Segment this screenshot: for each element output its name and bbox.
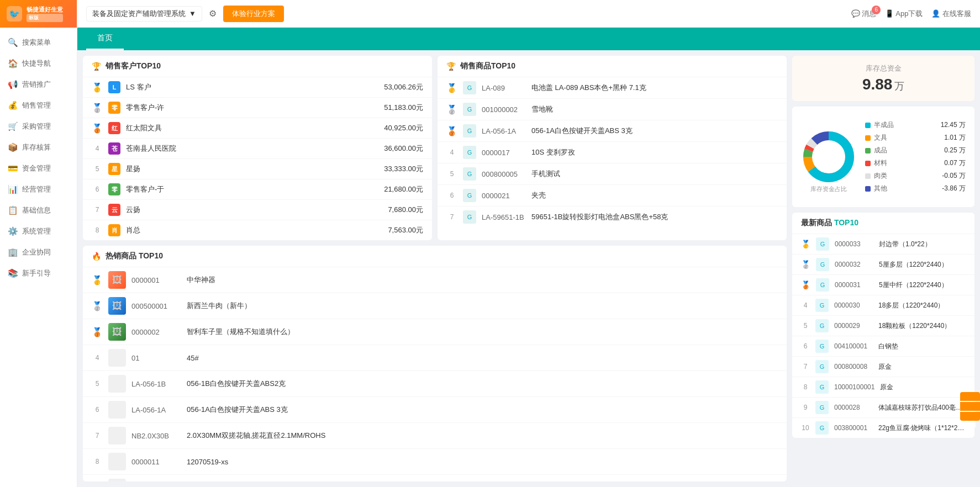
sidebar-item-guide[interactable]: 📚 新手引导 [0, 263, 77, 284]
inventory-icon: 📦 [8, 142, 18, 152]
rank-num: 7 [801, 363, 810, 370]
sidebar-item-inventory[interactable]: 📦 库存核算 [0, 137, 77, 158]
sidebar-item-finance[interactable]: 💳 资金管理 [0, 158, 77, 179]
rank-num: 4 [801, 301, 810, 309]
customer-name: 红太阳文具 [126, 123, 362, 133]
new-product-row: 6 G 004100001 白钢垫 [792, 336, 974, 356]
hot-product-thumb: 🖼 [108, 323, 126, 341]
rank-num: 7 [92, 432, 103, 440]
rank-num: 7 [92, 206, 103, 214]
trial-button[interactable]: 体验行业方案 [223, 6, 284, 22]
new-products-card: 最新商品 TOP10 🥇 G 0000033 封边带（1.0*22） 🥈 G 0… [792, 213, 974, 438]
medal-icon: 🥉 [446, 126, 457, 136]
customer-name: 云扬 [126, 205, 362, 215]
customer-value: 7,563.00元 [368, 225, 423, 235]
product-code: 001000002 [482, 105, 526, 114]
float-btn-community[interactable]: 服务社区 [960, 402, 980, 411]
sidebar-item-system[interactable]: ⚙️ 系统管理 [0, 221, 77, 242]
sidebar-item-enterprise[interactable]: 🏢 企业协同 [0, 242, 77, 263]
new-product-thumb: G [815, 421, 829, 435]
settings-icon[interactable]: ⚙ [209, 8, 217, 19]
legend-name: 材料 [874, 158, 929, 168]
new-product-row: 🥉 G 0000031 5厘中纤（1220*2440） [792, 274, 974, 295]
fire-icon: 🔥 [92, 252, 101, 261]
legend-name: 半成品 [874, 120, 929, 130]
legend-value: 0.25 万 [932, 146, 966, 155]
customer-badge: 红 [108, 122, 120, 134]
inventory-value: 9.88 [862, 76, 893, 93]
new-product-code: 0000030 [834, 301, 873, 309]
purchase-icon: 🛒 [8, 121, 18, 131]
sidebar-item-sales[interactable]: 💰 销售管理 [0, 95, 77, 116]
float-btn-live[interactable]: 直播 [960, 412, 980, 421]
app-download-btn[interactable]: 📱 App下载 [885, 9, 923, 19]
product-name: 夹壳 [531, 190, 778, 200]
new-product-code: 003800001 [834, 424, 873, 432]
sidebar-item-basics[interactable]: 📋 基础信息 [0, 200, 77, 221]
float-btn-service[interactable]: 客服热线 [960, 392, 980, 401]
sidebar-item-quicknav[interactable]: 🏠 快捷导航 [0, 53, 77, 74]
sidebar-item-search[interactable]: 🔍 搜索菜单 [0, 32, 77, 53]
medal-icon: 🥉 [92, 327, 103, 337]
hot-product-thumb [108, 453, 126, 470]
rank-num: 5 [92, 380, 103, 388]
sidebar-item-operations[interactable]: 📊 经营管理 [0, 179, 77, 200]
new-product-name: 封边带（1.0*22） [879, 240, 966, 249]
donut-svg [801, 129, 856, 184]
hot-product-row: 5 LA-056-1B 056-1B白色按键开关盖ABS2克 [83, 370, 787, 396]
product-row: 🥉 G LA-056-1A 056-1A白色按键开关盖ABS 3克 [438, 120, 787, 141]
app-logo: 🐦 畅捷通好生意 标版 [0, 0, 77, 28]
hot-product-code: 0000011 [131, 458, 181, 466]
finance-icon: 💳 [8, 163, 18, 173]
new-product-thumb: G [815, 360, 829, 373]
hot-product-name: 智利车子里（规格不知道填什么） [187, 327, 778, 337]
new-product-name: 18多层（1220*2440） [878, 301, 966, 310]
messages-badge[interactable]: 💬 消息 6 [851, 9, 877, 19]
product-name: 59651-1B旋转投影灯电池盒ABS黑色+58克 [531, 212, 778, 222]
online-service-btn[interactable]: 👤 在线客服 [931, 9, 971, 19]
customer-badge: 云 [108, 204, 120, 216]
top-header: 装备及固定资产辅助管理系统 ▼ ⚙ 体验行业方案 💬 消息 6 📱 App下载 … [77, 0, 980, 28]
hot-product-name: 2.0X30MM双搓花轴,搓花直径2.1MM/ROHS [187, 431, 778, 441]
rank-num: 8 [92, 226, 103, 234]
product-name: 电池盖 LA-089 ABS本色+黑种 7.1克 [531, 83, 778, 93]
new-product-code: 004100001 [834, 342, 873, 350]
product-thumb-small: G [463, 210, 476, 224]
new-product-code: 0000033 [835, 240, 873, 248]
rank-num: 8 [92, 458, 103, 465]
customer-badge: 星 [108, 163, 120, 175]
tab-home[interactable]: 首页 [86, 28, 124, 50]
rank-num: 5 [92, 165, 103, 173]
customer-value: 21,680.00元 [368, 184, 423, 194]
dropdown-icon: ▼ [189, 9, 196, 18]
system-selector[interactable]: 装备及固定资产辅助管理系统 ▼ [86, 6, 202, 22]
right-panel: 库存总资金 9.88 万 [792, 50, 980, 487]
customer-row: 6 零 零售客户-于 21,680.00元 [83, 179, 432, 199]
customer-value: 36,600.00元 [368, 144, 423, 153]
enterprise-icon: 🏢 [8, 247, 18, 257]
product-code: 0000021 [482, 192, 526, 200]
sidebar-item-marketing[interactable]: 📢 营销推广 [0, 74, 77, 95]
guide-icon: 📚 [8, 268, 18, 278]
new-product-thumb: G [816, 237, 829, 251]
customer-value: 53,006.26元 [368, 82, 423, 92]
sidebar-nav: 🔍 搜索菜单 🏠 快捷导航 📢 营销推广 💰 销售管理 🛒 采购管理 📦 库存核… [0, 28, 77, 487]
sidebar-item-purchase[interactable]: 🛒 采购管理 [0, 116, 77, 137]
new-product-row: 9 G 0000028 体誠嘉枝味苏打饮品400毫升（1*15） [792, 397, 974, 417]
customer-ranking-header: 🏆 销售客户TOP10 [83, 56, 432, 77]
customer-badge: 零 [108, 183, 120, 195]
product-thumb-small: G [463, 103, 476, 116]
hot-product-thumb [108, 349, 126, 367]
customer-value: 51,183.00元 [368, 103, 423, 113]
legend-dot [865, 123, 871, 128]
new-product-row: 4 G 0000030 18多层（1220*2440） [792, 295, 974, 315]
product-code: LA-089 [482, 84, 526, 92]
legend-item: 其他 -3.86 万 [865, 182, 966, 195]
hot-product-code: LA-056-1A [131, 406, 181, 414]
customer-row: 🥉 红 红太阳文具 40,925.00元 [83, 118, 432, 138]
hot-product-thumb [108, 479, 126, 481]
new-product-row: 7 G 000800008 原金 [792, 356, 974, 377]
legend-value: -0.05 万 [932, 171, 966, 181]
legend-item: 半成品 12.45 万 [865, 119, 966, 131]
customer-badge: 肖 [108, 224, 120, 236]
